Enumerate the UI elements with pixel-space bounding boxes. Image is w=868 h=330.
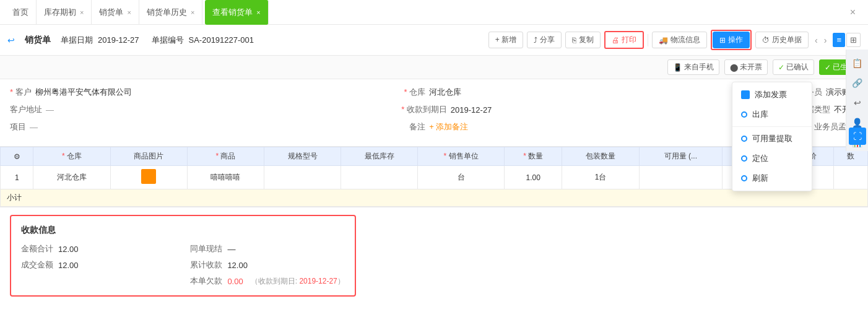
row-amount (833, 166, 867, 189)
product-image (141, 169, 156, 184)
logistics-button[interactable]: 🚚 物流信息 (652, 32, 707, 48)
toolbar: ↩ 销货单 单据日期 2019-12-27 单据编号 SA-20191227-0… (0, 25, 868, 56)
grid-icon: ⊞ (719, 36, 726, 45)
current-owed-value: 0.00 (227, 277, 243, 286)
print-button[interactable]: 🖨 打印 (604, 31, 644, 49)
separator-1 (648, 34, 648, 46)
cumulative-label: 累计收款 (190, 259, 222, 271)
operations-button[interactable]: ⊞ 操作 (713, 32, 750, 48)
right-icon-clipboard[interactable]: 📋 (849, 54, 866, 72)
not-opened-button[interactable]: ⬤ 未开票 (724, 59, 768, 75)
row-sales-unit: 台 (418, 166, 504, 189)
menu-outbound[interactable]: 出库 (732, 105, 812, 124)
tab-view-sales-label: 查看销货单 (212, 7, 253, 18)
th-image: 商品图片 (110, 147, 187, 166)
doc-meta: 单据日期 2019-12-27 单据编号 SA-20191227-001 (61, 35, 254, 46)
mobile-icon: 📱 (673, 63, 682, 72)
confirm-btn[interactable]: ✓ 已确认 (773, 59, 814, 75)
toolbar-actions: + 新增 ⤴ 分享 ⎘ 复制 🖨 打印 🚚 物流信息 (488, 30, 861, 50)
add-invoice-icon (741, 90, 750, 99)
right-icon-link[interactable]: 🔗 (849, 74, 866, 92)
row-pack-qty: 1台 (562, 166, 639, 189)
tab-home[interactable]: 首页 (5, 0, 37, 25)
deal-amount-row: 成交金额 12.00 (21, 259, 175, 271)
payment-date-value: 2019-12-27 (451, 105, 492, 115)
dropdown-menu: 添加发票 出库 可用量提取 定位 刷新 (732, 82, 812, 191)
tab-sales-history-label: 销货单历史 (147, 7, 187, 18)
new-button[interactable]: + 新增 (488, 32, 523, 48)
tab-view-sales[interactable]: 查看销货单 × (205, 0, 268, 25)
tab-inventory-init[interactable]: 库存期初 × (37, 0, 92, 25)
row-spec (264, 166, 341, 189)
due-date-note: （收款到期日: 2019-12-27） (251, 276, 345, 287)
customer-value: 柳州粤港平安气体有限公司 (35, 87, 132, 98)
menu-refresh[interactable]: 刷新 (732, 168, 812, 188)
tab-sales-order-close[interactable]: × (127, 9, 131, 16)
same-order-label: 同单现结 (190, 243, 222, 254)
tab-sales-order[interactable]: 销货单 × (92, 0, 139, 25)
right-icon-return[interactable]: ↩ (849, 94, 866, 111)
customer-label: 客户 (10, 87, 32, 98)
menu-available-qty[interactable]: 可用量提取 (732, 129, 812, 149)
prev-arrow[interactable]: ‹ (812, 34, 820, 46)
th-min-stock: 最低库存 (341, 147, 418, 166)
same-order-value: — (227, 245, 235, 254)
tab-sales-history[interactable]: 销货单历史 × (139, 0, 202, 25)
main-content: ↩ 销货单 单据日期 2019-12-27 单据编号 SA-20191227-0… (0, 25, 868, 330)
grid-view-icon[interactable]: ⊞ (846, 33, 861, 47)
th-settings[interactable]: ⚙ (1, 147, 33, 166)
row-no: 1 (1, 166, 33, 189)
payment-date-label: 收款到期日 (401, 104, 447, 115)
print-icon: 🖨 (612, 36, 619, 45)
row-warehouse: 河北仓库 (33, 166, 110, 189)
share-button[interactable]: ⤴ 分享 (527, 32, 562, 48)
ops-highlight: ⊞ 操作 (711, 30, 752, 50)
th-pack-qty: 包装数量 (562, 147, 639, 166)
history-button[interactable]: ⏱ 历史单据 (755, 32, 809, 48)
date-value: 2019-12-27 (98, 35, 139, 45)
list-view-icon[interactable]: ≡ (833, 33, 845, 47)
global-close-button[interactable]: × (843, 7, 863, 18)
row-min-stock (341, 166, 418, 189)
deal-amount-value: 12.00 (58, 261, 79, 270)
project-field: 项目 — (10, 121, 409, 132)
th-spec: 规格型号 (264, 147, 341, 166)
bottom-section: 收款信息 金额合计 12.00 同单现结 — 成交金额 12.00 (0, 207, 868, 304)
project-label: 项目 (10, 121, 26, 132)
receipt-title: 收款信息 (21, 225, 345, 236)
from-mobile-button[interactable]: 📱 来自手机 (667, 59, 719, 75)
receipt-grid: 金额合计 12.00 同单现结 — 成交金额 12.00 累计收款 12.00 (21, 243, 345, 287)
menu-divider-1 (732, 126, 812, 127)
receipt-info: 收款信息 金额合计 12.00 同单现结 — 成交金额 12.00 (10, 215, 356, 297)
total-amount-row: 金额合计 12.00 (21, 243, 175, 254)
doc-type: 销货单 (25, 35, 51, 46)
tab-home-label: 首页 (12, 7, 28, 18)
tab-inventory-init-close[interactable]: × (80, 9, 84, 16)
doc-icon: ↩ (7, 35, 15, 45)
note-add-btn[interactable]: + 添加备注 (429, 121, 468, 132)
form-row-1: 客户 柳州粤港平安气体有限公司 仓库 河北仓库 业务员 演示账号 (10, 87, 858, 98)
row-image (110, 166, 187, 189)
customer-field: 客户 柳州粤港平安气体有限公司 (10, 87, 404, 98)
page-arrows: ‹ › (812, 34, 829, 46)
current-owed-row: 本单欠款 0.00 （收款到期日: 2019-12-27） (190, 276, 344, 287)
subtotal-row: 小计 (1, 189, 868, 207)
right-icon-expand[interactable]: ⛶ (849, 128, 866, 145)
cumulative-value: 12.00 (227, 261, 248, 270)
available-qty-icon (741, 136, 747, 142)
next-arrow[interactable]: › (822, 34, 830, 46)
total-amount-value: 12.00 (58, 245, 79, 254)
truck-icon: 🚚 (659, 36, 668, 45)
history-icon: ⏱ (762, 36, 770, 45)
same-order-row: 同单现结 — (190, 243, 344, 254)
tab-bar: 首页 库存期初 × 销货单 × 销货单历史 × 查看销货单 × × (0, 0, 868, 25)
share-icon: ⤴ (534, 36, 537, 45)
tab-sales-history-close[interactable]: × (191, 9, 194, 16)
refresh-icon (741, 175, 747, 181)
copy-button[interactable]: ⎘ 复制 (565, 32, 601, 48)
locate-icon (741, 155, 747, 162)
menu-add-invoice[interactable]: 添加发票 (732, 85, 812, 105)
menu-locate[interactable]: 定位 (732, 149, 812, 168)
circle-icon: ⬤ (730, 63, 738, 72)
tab-view-sales-close[interactable]: × (256, 9, 260, 16)
